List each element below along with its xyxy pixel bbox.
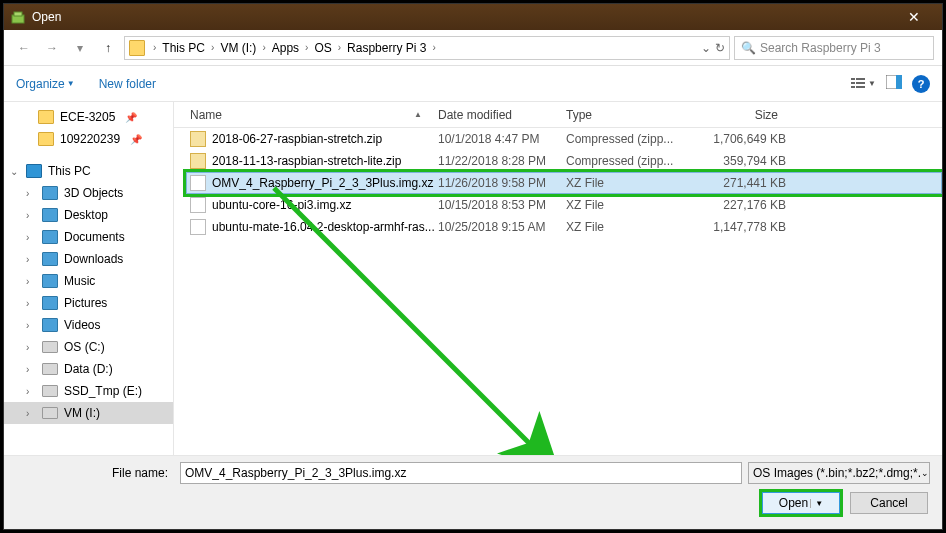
- column-date[interactable]: Date modified: [438, 108, 566, 122]
- 3dobjects-icon: [42, 186, 58, 200]
- chevron-right-icon[interactable]: ›: [26, 254, 36, 265]
- navigation-tree[interactable]: ECE-3205📌 109220239📌 ⌄This PC ›3D Object…: [4, 102, 174, 455]
- file-row[interactable]: ubuntu-core-16-pi3.img.xz10/15/2018 8:53…: [174, 194, 942, 216]
- up-button[interactable]: ↑: [96, 36, 120, 60]
- chevron-right-icon[interactable]: ›: [26, 320, 36, 331]
- breadcrumb-item[interactable]: This PC: [160, 39, 207, 57]
- drive-icon: [42, 363, 58, 375]
- file-name: 2018-06-27-raspbian-stretch.zip: [212, 132, 382, 146]
- search-placeholder: Search Raspberry Pi 3: [760, 41, 881, 55]
- chevron-right-icon: ›: [262, 42, 265, 53]
- filename-input[interactable]: [180, 462, 742, 484]
- tree-item[interactable]: ›3D Objects: [4, 182, 173, 204]
- pictures-icon: [42, 296, 58, 310]
- column-type[interactable]: Type: [566, 108, 686, 122]
- chevron-right-icon[interactable]: ›: [26, 364, 36, 375]
- chevron-right-icon[interactable]: ›: [26, 188, 36, 199]
- file-name: 2018-11-13-raspbian-stretch-lite.zip: [212, 154, 401, 168]
- toolbar: Organize▼ New folder ▼ ?: [4, 66, 942, 102]
- file-type: XZ File: [566, 176, 686, 190]
- chevron-right-icon[interactable]: ›: [26, 210, 36, 221]
- file-date: 10/1/2018 4:47 PM: [438, 132, 566, 146]
- chevron-right-icon[interactable]: ›: [26, 276, 36, 287]
- tree-item[interactable]: ›SSD_Tmp (E:): [4, 380, 173, 402]
- thispc-icon: [26, 164, 42, 178]
- tree-item[interactable]: ›Documents: [4, 226, 173, 248]
- tree-item-thispc[interactable]: ⌄This PC: [4, 160, 173, 182]
- file-row[interactable]: 2018-11-13-raspbian-stretch-lite.zip11/2…: [174, 150, 942, 172]
- file-type: XZ File: [566, 220, 686, 234]
- file-icon: [190, 153, 206, 169]
- view-options-button[interactable]: ▼: [850, 77, 876, 91]
- back-button[interactable]: ←: [12, 36, 36, 60]
- titlebar: Open ✕: [4, 4, 942, 30]
- chevron-right-icon: ›: [211, 42, 214, 53]
- file-type-filter[interactable]: OS Images (*.bin;*.bz2;*.dmg;*.⌄: [748, 462, 930, 484]
- breadcrumb[interactable]: › This PC › VM (I:) › Apps › OS › Raspbe…: [124, 36, 730, 60]
- chevron-right-icon: ›: [432, 42, 435, 53]
- file-icon: [190, 197, 206, 213]
- chevron-right-icon[interactable]: ›: [26, 232, 36, 243]
- videos-icon: [42, 318, 58, 332]
- breadcrumb-item[interactable]: Apps: [270, 39, 301, 57]
- chevron-right-icon[interactable]: ›: [26, 408, 36, 419]
- tree-item[interactable]: ›Pictures: [4, 292, 173, 314]
- breadcrumb-item[interactable]: Raspberry Pi 3: [345, 39, 428, 57]
- file-row[interactable]: ubuntu-mate-16.04.2-desktop-armhf-ras...…: [174, 216, 942, 238]
- organize-menu[interactable]: Organize▼: [16, 77, 75, 91]
- tree-item[interactable]: ›Music: [4, 270, 173, 292]
- svg-rect-9: [896, 75, 902, 89]
- previous-locations-dropdown[interactable]: ⌄: [701, 41, 711, 55]
- file-size: 271,441 KB: [686, 176, 786, 190]
- tree-item[interactable]: ›VM (I:): [4, 402, 173, 424]
- app-icon: [10, 9, 26, 25]
- cancel-button[interactable]: Cancel: [850, 492, 928, 514]
- tree-item[interactable]: 109220239📌: [4, 128, 173, 150]
- search-icon: 🔍: [741, 41, 756, 55]
- help-button[interactable]: ?: [912, 75, 930, 93]
- forward-button[interactable]: →: [40, 36, 64, 60]
- chevron-right-icon[interactable]: ›: [26, 342, 36, 353]
- file-name: ubuntu-mate-16.04.2-desktop-armhf-ras...: [212, 220, 435, 234]
- drive-icon: [42, 341, 58, 353]
- file-icon: [190, 131, 206, 147]
- documents-icon: [42, 230, 58, 244]
- svg-rect-7: [856, 86, 865, 88]
- tree-item[interactable]: ›Desktop: [4, 204, 173, 226]
- file-name: ubuntu-core-16-pi3.img.xz: [212, 198, 351, 212]
- navbar: ← → ▾ ↑ › This PC › VM (I:) › Apps › OS …: [4, 30, 942, 66]
- file-icon: [190, 175, 206, 191]
- breadcrumb-item[interactable]: OS: [312, 39, 333, 57]
- tree-item[interactable]: ›Downloads: [4, 248, 173, 270]
- breadcrumb-item[interactable]: VM (I:): [218, 39, 258, 57]
- new-folder-button[interactable]: New folder: [99, 77, 156, 91]
- svg-rect-1: [14, 12, 22, 16]
- tree-item[interactable]: ›Videos: [4, 314, 173, 336]
- tree-item[interactable]: ECE-3205📌: [4, 106, 173, 128]
- tree-item[interactable]: ›Data (D:): [4, 358, 173, 380]
- file-name: OMV_4_Raspberry_Pi_2_3_3Plus.img.xz: [212, 176, 433, 190]
- recent-dropdown[interactable]: ▾: [68, 36, 92, 60]
- column-size[interactable]: Size: [686, 108, 786, 122]
- chevron-down-icon[interactable]: ⌄: [10, 166, 20, 177]
- window-title: Open: [32, 10, 892, 24]
- folder-icon: [38, 132, 54, 146]
- preview-pane-button[interactable]: [886, 75, 902, 92]
- refresh-button[interactable]: ↻: [715, 41, 725, 55]
- column-name[interactable]: Name▲: [190, 108, 438, 122]
- file-size: 1,147,778 KB: [686, 220, 786, 234]
- search-input[interactable]: 🔍 Search Raspberry Pi 3: [734, 36, 934, 60]
- chevron-right-icon[interactable]: ›: [26, 386, 36, 397]
- folder-icon: [38, 110, 54, 124]
- close-button[interactable]: ✕: [892, 4, 936, 30]
- file-row[interactable]: OMV_4_Raspberry_Pi_2_3_3Plus.img.xz11/26…: [186, 172, 942, 194]
- column-headers[interactable]: Name▲ Date modified Type Size: [174, 102, 942, 128]
- file-row[interactable]: 2018-06-27-raspbian-stretch.zip10/1/2018…: [174, 128, 942, 150]
- file-rows[interactable]: 2018-06-27-raspbian-stretch.zip10/1/2018…: [174, 128, 942, 455]
- svg-rect-5: [856, 82, 865, 84]
- file-date: 11/22/2018 8:28 PM: [438, 154, 566, 168]
- chevron-right-icon[interactable]: ›: [26, 298, 36, 309]
- open-button[interactable]: Open▼: [762, 492, 840, 514]
- tree-item[interactable]: ›OS (C:): [4, 336, 173, 358]
- file-size: 359,794 KB: [686, 154, 786, 168]
